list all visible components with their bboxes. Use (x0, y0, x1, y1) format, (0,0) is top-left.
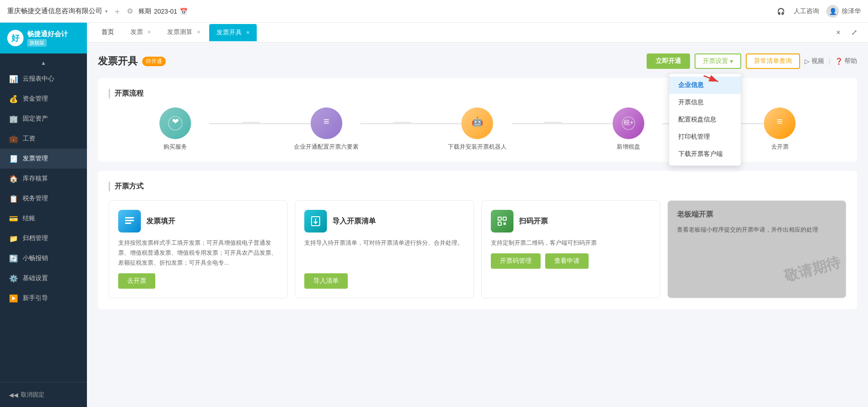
sidebar-item-inventory[interactable]: 🏠 库存核算 (0, 169, 87, 189)
calendar-icon[interactable]: 📅 (180, 8, 187, 15)
sidebar-item-payroll[interactable]: 💼 工资 (0, 129, 87, 149)
tab-invoice-calc-close[interactable]: × (197, 29, 200, 35)
basic-settings-icon: ⚙️ (9, 274, 18, 283)
manual-fill-title: 发票填开 (146, 217, 175, 226)
sidebar-label-settlement: 结账 (23, 214, 35, 223)
app-container: 重庆畅捷交通信息咨询有限公司 ▾ ＋ ⚙ 账期 2023-01 📅 🎧 人工咨询… (0, 0, 868, 407)
tab-invoice-issue-label: 发票开具 (216, 29, 242, 37)
flow-step-config-enterprise: ≡ 企业开通配置开票六要素 (260, 107, 393, 151)
tab-invoice[interactable]: 发票 × (123, 24, 158, 42)
sidebar-label-fixed-assets: 固定资产 (23, 115, 48, 123)
svg-rect-14 (498, 217, 501, 220)
config-enterprise-icon: ≡ (311, 107, 342, 139)
sidebar-item-cloud-report[interactable]: 📊 云报表中心 (0, 69, 87, 89)
exception-list-btn[interactable]: 异常清单查询 (746, 53, 800, 69)
page-content: 发票开具 待开通 立即开通 开票设置 ▾ (87, 43, 868, 407)
top-bar-left: 重庆畅捷交通信息咨询有限公司 ▾ ＋ ⚙ 账期 2023-01 📅 (7, 6, 187, 17)
invoice-mgmt-icon: 🧾 (9, 154, 18, 163)
sidebar-item-tax-mgmt[interactable]: 📋 税务管理 (0, 189, 87, 208)
method-card-scan-invoice: 扫码开票 支持定制开票二维码，客户端可扫码开票 开票码管理 查看申请 (481, 200, 660, 298)
buy-service-icon: ❤ (159, 107, 191, 139)
boss-invoice-desc: 查看老板端小程序提交的开票申请，并作出相应的处理 (677, 225, 837, 235)
flow-step-download-robot: 🤖 下载并安装开票机器人 (411, 107, 544, 151)
sidebar-label-tax-mgmt: 税务管理 (23, 194, 48, 203)
sidebar-label-report-sales: 小畅报销 (23, 254, 48, 262)
sidebar-cancel-fixed[interactable]: ◀◀ 取消固定 (0, 386, 87, 403)
maximize-btn[interactable]: ⤢ (848, 26, 861, 39)
close-tab-btn[interactable]: × (833, 26, 844, 39)
dropdown-item-company-info[interactable]: 企业信息 (669, 77, 741, 94)
go-invoice-icon: ≡ (764, 107, 796, 139)
methods-section-title: 开票方式 (109, 182, 846, 191)
sidebar-scroll-up[interactable]: ▲ (0, 57, 87, 69)
sidebar-label-payroll: 工资 (23, 135, 35, 143)
sidebar-item-basic-settings[interactable]: ⚙️ 基础设置 (0, 268, 87, 288)
gear-icon[interactable]: ⚙ (127, 7, 133, 15)
settings-label: 开票设置 (703, 57, 728, 65)
period-value: 2023-01 (154, 8, 177, 15)
method-card-manual-fill: 发票填开 支持按照发票样式手工填开发票；可开具增值税电子普通发票、增值税普通发票… (109, 200, 288, 298)
method-manual-header: 发票填开 (118, 210, 278, 233)
sidebar-nav: ▲ 📊 云报表中心 💰 资金管理 🏢 固定资产 💼 工资 (0, 53, 87, 382)
plus-icon[interactable]: ＋ (113, 6, 121, 17)
sidebar-item-settlement[interactable]: 💳 结账 (0, 208, 87, 228)
buy-service-label: 购买服务 (163, 143, 187, 151)
company-name: 重庆畅捷交通信息咨询有限公司 (7, 7, 102, 15)
chevron-down-icon: ▾ (105, 8, 108, 15)
svg-text:税+: 税+ (623, 119, 633, 126)
view-apply-btn[interactable]: 查看申请 (545, 253, 589, 269)
logo-icon: 好 (7, 30, 24, 46)
tab-invoice-issue[interactable]: 发票开具 × (209, 24, 257, 41)
tab-home[interactable]: 首页 (94, 24, 121, 42)
user-info[interactable]: 👤 徐泽华 (826, 5, 861, 18)
scan-invoice-btns: 开票码管理 查看申请 (491, 253, 651, 269)
qr-mgmt-btn[interactable]: 开票码管理 (491, 253, 541, 269)
user-name: 徐泽华 (842, 7, 861, 15)
add-tax-disk-label: 新增税盘 (617, 143, 640, 151)
tab-invoice-issue-close[interactable]: × (246, 29, 249, 36)
tab-invoice-label: 发票 (130, 28, 143, 36)
tab-invoice-close[interactable]: × (148, 29, 151, 35)
dropdown-item-printer-mgmt[interactable]: 打印机管理 (669, 128, 741, 145)
cancel-fixed-icon: ◀◀ (9, 392, 18, 398)
period-label: 账期 (139, 7, 151, 15)
flow-step-buy-service: ❤ 购买服务 (109, 107, 242, 151)
content-area: 首页 发票 × 发票测算 × 发票开具 × × ⤢ (87, 23, 868, 407)
help-btn[interactable]: ❓ 帮助 (835, 57, 857, 65)
dropdown-item-tax-disk[interactable]: 配置税盘信息 (669, 111, 741, 128)
scan-invoice-icon (491, 210, 513, 233)
avatar-icon: 👤 (826, 5, 839, 18)
sidebar-item-new-guide[interactable]: ▶️ 新手引导 (0, 288, 87, 308)
report-sales-icon: 🔄 (9, 254, 18, 263)
help-icon: ❓ (835, 58, 843, 65)
svg-text:🤖: 🤖 (472, 116, 483, 127)
period-info: 账期 2023-01 📅 (139, 7, 187, 15)
support-action[interactable]: 🎧 人工咨询 (777, 7, 819, 15)
activate-btn[interactable]: 立即开通 (647, 53, 690, 69)
tab-bar-actions: × ⤢ (833, 26, 861, 39)
page-title-area: 发票开具 待开通 (98, 54, 166, 68)
settings-btn[interactable]: 开票设置 ▾ (695, 53, 741, 69)
method-card-boss-invoice: 老板端开票 查看老板端小程序提交的开票申请，并作出相应的处理 敬请期待 (667, 200, 846, 298)
go-invoice-manual-btn[interactable]: 去开票 (118, 273, 155, 289)
svg-rect-16 (498, 222, 501, 225)
tab-invoice-calc[interactable]: 发票测算 × (160, 24, 207, 42)
sidebar-item-invoice-mgmt[interactable]: 🧾 发票管理 (0, 149, 87, 169)
sidebar-item-report-sales[interactable]: 🔄 小畅报销 (0, 248, 87, 268)
archive-mgmt-icon: 📁 (9, 234, 18, 243)
tab-home-label: 首页 (101, 28, 114, 36)
import-list-btn[interactable]: 导入清单 (304, 273, 348, 289)
sidebar-item-fixed-assets[interactable]: 🏢 固定资产 (0, 109, 87, 129)
sidebar-item-fund-mgmt[interactable]: 💰 资金管理 (0, 89, 87, 109)
headphone-icon: 🎧 (777, 8, 785, 15)
method-import-header: 导入开票清单 (304, 210, 464, 233)
sidebar-label-cloud-report: 云报表中心 (23, 75, 54, 83)
connector-1 (242, 122, 260, 123)
sidebar-item-archive-mgmt[interactable]: 📁 归档管理 (0, 228, 87, 248)
dropdown-item-download-client[interactable]: 下载开票客户端 (669, 145, 741, 163)
dropdown-item-invoice-info[interactable]: 开票信息 (669, 94, 741, 111)
methods-grid: 发票填开 支持按照发票样式手工填开发票；可开具增值税电子普通发票、增值税普通发票… (109, 200, 846, 298)
company-selector[interactable]: 重庆畅捷交通信息咨询有限公司 ▾ (7, 7, 108, 15)
video-btn[interactable]: ▷ 视频 (805, 57, 824, 65)
sidebar-label-invoice-mgmt: 发票管理 (23, 155, 48, 163)
